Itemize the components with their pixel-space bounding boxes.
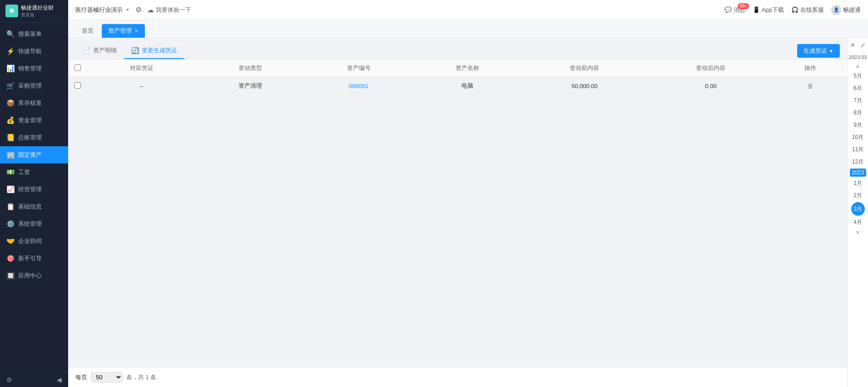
page-size-select[interactable]: 50 10 20 100 — [91, 372, 123, 382]
generate-arrow-icon: ▼ — [829, 49, 833, 54]
finance-icon: 💰 — [6, 116, 15, 124]
logo-area: 畅 畅捷通好业财 普及版 — [0, 0, 68, 23]
right-panel: ✕ ⤢ 2023.03 ▲ 5月 6月 7月 8月 9月 10月 11月 12月… — [847, 38, 868, 387]
sidebar-item-fixed-assets[interactable]: 🏢 固定资产 — [0, 146, 68, 164]
col-voucher: 对应凭证 — [87, 60, 196, 77]
right-panel-expand-icon[interactable]: ⤢ — [860, 42, 865, 49]
topbar-right: 💬 消息 99+ 📱 App下载 🎧 在线客服 👤 畅捷通 — [724, 5, 861, 15]
col-asset-no: 资产编号 — [304, 60, 413, 77]
month-1[interactable]: 1月 — [850, 178, 866, 189]
guide-icon: 🎯 — [6, 254, 15, 263]
delete-icon[interactable]: 🗑 — [807, 82, 813, 89]
year-2023[interactable]: 2023 — [850, 169, 866, 177]
payroll-icon: 💵 — [6, 168, 15, 176]
main-area: 医疗器械行业演示 ▼ ⚙ ☁ 我要体验一下 💬 消息 99+ 📱 App下载 🎧… — [68, 0, 868, 387]
sidebar: 畅 畅捷通好业财 普及版 🔍 搜索菜单 ⚡ 快捷导航 📊 销售管理 🛒 采购管理… — [0, 0, 68, 387]
main-content: 📄 资产明细 🔄 变更生成凭证 生成凭证 ▼ — [68, 38, 847, 387]
topbar: 医疗器械行业演示 ▼ ⚙ ☁ 我要体验一下 💬 消息 99+ 📱 App下载 🎧… — [68, 0, 868, 20]
sidebar-item-payroll[interactable]: 💵 工资 — [0, 164, 68, 181]
sidebar-item-system[interactable]: ⚙️ 系统管理 — [0, 215, 68, 233]
scroll-up-icon[interactable]: ▲ — [855, 63, 861, 69]
col-asset-name: 资产名称 — [413, 60, 521, 77]
logo-text: 畅捷通好业财 普及版 — [21, 5, 54, 18]
inventory-icon: 📦 — [6, 99, 15, 107]
month-12[interactable]: 12月 — [850, 156, 866, 168]
system-icon: ⚙️ — [6, 220, 15, 228]
subtab-asset-list[interactable]: 📄 资产明细 — [75, 43, 124, 59]
sidebar-item-purchase[interactable]: 🛒 采购管理 — [0, 77, 68, 94]
month-10[interactable]: 10月 — [850, 132, 866, 143]
sidebar-nav: 🔍 搜索菜单 ⚡ 快捷导航 📊 销售管理 🛒 采购管理 📦 库存核算 💰 资金管… — [0, 23, 68, 372]
month-4[interactable]: 4月 — [850, 217, 866, 228]
month-11[interactable]: 11月 — [850, 144, 866, 155]
sidebar-item-guide[interactable]: 🎯 新手引导 — [0, 250, 68, 267]
company-arrow-icon: ▼ — [125, 7, 130, 12]
service-icon: 🎧 — [791, 6, 799, 13]
search-icon: 🔍 — [6, 30, 15, 38]
subtab-change-voucher[interactable]: 🔄 变更生成凭证 — [124, 43, 184, 59]
cell-action: 🗑 — [774, 77, 847, 95]
sidebar-item-finance[interactable]: 💰 资金管理 — [0, 112, 68, 129]
tab-close-icon[interactable]: ✕ — [134, 28, 139, 34]
table-header-row: 对应凭证 变动类型 资产编号 资产名称 变动前内容 变动后内容 操作 — [68, 60, 847, 77]
logo-icon: 畅 — [5, 5, 18, 17]
scroll-down-icon[interactable]: ▼ — [855, 229, 861, 236]
sidebar-item-basic-info[interactable]: 📋 基础信息 — [0, 198, 68, 215]
settings-bottom-icon[interactable]: ⚙ — [6, 376, 12, 383]
right-panel-close-icon[interactable]: ✕ — [850, 42, 855, 49]
month-9[interactable]: 9月 — [850, 119, 866, 131]
sidebar-item-inventory[interactable]: 📦 库存核算 — [0, 94, 68, 112]
avatar: 👤 — [831, 5, 841, 15]
change-voucher-icon: 🔄 — [131, 47, 139, 54]
generate-voucher-button[interactable]: 生成凭证 ▼ — [797, 44, 840, 58]
month-8[interactable]: 8月 — [850, 107, 866, 119]
month-6[interactable]: 6月 — [850, 83, 866, 94]
company-selector[interactable]: 医疗器械行业演示 ▼ — [75, 6, 130, 14]
tab-asset-mgmt[interactable]: 资产管理 ✕ — [102, 24, 145, 38]
collapse-icon[interactable]: ◀ — [57, 376, 62, 383]
user-menu[interactable]: 👤 畅捷通 — [831, 5, 861, 15]
sidebar-item-sales[interactable]: 📊 销售管理 — [0, 60, 68, 77]
month-3[interactable]: 3月 — [851, 202, 865, 216]
year-month-label: 2023.03 — [849, 53, 867, 62]
header-checkbox-cell — [68, 60, 87, 77]
basic-info-icon: 📋 — [6, 203, 15, 211]
tab-home[interactable]: 首页 — [75, 24, 100, 38]
feedback-btn[interactable]: ☁ 我要体验一下 — [147, 6, 191, 14]
quick-nav-icon: ⚡ — [6, 47, 15, 55]
month-2[interactable]: 2月 — [850, 190, 866, 201]
col-after: 变动后内容 — [648, 60, 774, 77]
select-all-checkbox[interactable] — [74, 64, 81, 71]
cell-asset-no: 000001 — [304, 77, 413, 95]
col-action: 操作 — [774, 60, 847, 77]
service-btn[interactable]: 🎧 在线客服 — [791, 6, 824, 14]
row-checkbox-cell — [68, 77, 87, 95]
cell-after: 0.00 — [648, 77, 774, 95]
sidebar-item-operations[interactable]: 📈 经营管理 — [0, 181, 68, 198]
row-checkbox[interactable] — [74, 82, 81, 89]
operations-icon: 📈 — [6, 185, 15, 194]
enterprise-icon: 🤝 — [6, 237, 15, 245]
col-before: 变动前内容 — [521, 60, 648, 77]
purchase-icon: 🛒 — [6, 82, 15, 90]
sidebar-item-quick-nav[interactable]: ⚡ 快捷导航 — [0, 43, 68, 60]
pagination: 每页 50 10 20 100 条，共 1 条 — [68, 367, 847, 387]
sidebar-bottom: ⚙ ◀ — [0, 372, 68, 387]
sidebar-item-search[interactable]: 🔍 搜索菜单 — [0, 25, 68, 43]
month-7[interactable]: 7月 — [850, 95, 866, 106]
cell-before: 50,000.00 — [521, 77, 648, 95]
app-center-icon: 🔲 — [6, 272, 15, 280]
sidebar-item-app-center[interactable]: 🔲 应用中心 — [0, 267, 68, 284]
table-wrapper: 对应凭证 变动类型 资产编号 资产名称 变动前内容 变动后内容 操作 — [68, 60, 847, 367]
cell-voucher: -- — [87, 77, 196, 95]
content-panel-wrapper: 📄 资产明细 🔄 变更生成凭证 生成凭证 ▼ — [68, 38, 868, 387]
app-download-btn[interactable]: 📱 App下载 — [753, 6, 784, 14]
asset-table: 对应凭证 变动类型 资产编号 资产名称 变动前内容 变动后内容 操作 — [68, 60, 847, 95]
month-5[interactable]: 5月 — [850, 70, 866, 82]
cell-change-type: 资产清理 — [196, 77, 304, 95]
sidebar-item-ledger[interactable]: 📒 总账管理 — [0, 129, 68, 146]
sidebar-item-enterprise[interactable]: 🤝 企业协同 — [0, 233, 68, 250]
message-btn[interactable]: 💬 消息 99+ — [724, 6, 745, 14]
feedback-icon: ☁ — [147, 6, 154, 14]
topbar-settings-icon[interactable]: ⚙ — [135, 5, 142, 14]
